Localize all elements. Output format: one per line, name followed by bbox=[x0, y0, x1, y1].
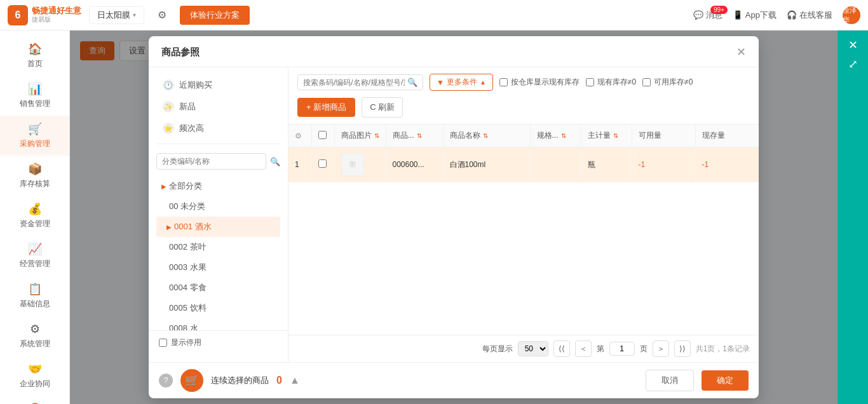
product-search-input[interactable] bbox=[303, 78, 405, 87]
close-panel-icon[interactable]: ✕ bbox=[848, 38, 858, 52]
cart-icon[interactable]: 🛒 bbox=[180, 369, 203, 392]
system-icon: ⚙ bbox=[30, 322, 40, 336]
tree-item-unclassified[interactable]: 00 未分类 bbox=[156, 196, 280, 217]
new-product-btn[interactable]: ✨ 新品 bbox=[156, 97, 280, 117]
by-warehouse-checkbox[interactable] bbox=[499, 78, 508, 86]
tree-item-fruit[interactable]: 0003 水果 bbox=[156, 257, 280, 278]
basic-icon: 📋 bbox=[28, 282, 42, 296]
tree-item-snack[interactable]: 0004 零食 bbox=[156, 278, 280, 298]
tree-item-beverage[interactable]: 0005 饮料 bbox=[156, 298, 280, 318]
show-disabled-checkbox[interactable] bbox=[159, 339, 167, 347]
tree-item-tea[interactable]: 0002 茶叶 bbox=[156, 237, 280, 257]
fold-icon[interactable]: ▲ bbox=[290, 375, 300, 386]
dialog-right-panel: 🔍 ▼ 更多条件 ▲ 按仓库显示现有库存 bbox=[288, 67, 759, 362]
checkbox-by-warehouse[interactable]: 按仓库显示现有库存 bbox=[499, 77, 580, 88]
image-sort[interactable]: 商品图片 ⇅ bbox=[341, 130, 379, 141]
category-search-input[interactable] bbox=[156, 153, 266, 170]
category-search-row: 🔍 bbox=[149, 149, 288, 173]
sidebar-item-basic[interactable]: 📋 基础信息 bbox=[0, 276, 69, 316]
show-disabled-label[interactable]: 显示停用 bbox=[171, 337, 201, 348]
product-table: ⚙ 商品图片 ⇅ bbox=[288, 125, 759, 182]
checkbox-available-nonzero[interactable]: 可用库存≠0 bbox=[642, 77, 693, 88]
sidebar-item-inventory[interactable]: 📦 库存核算 bbox=[0, 156, 69, 196]
frequent-btn[interactable]: ⭐ 频次高 bbox=[156, 118, 280, 138]
code-sort[interactable]: 商品... ⇅ bbox=[393, 130, 437, 141]
stock-nonzero-checkbox[interactable] bbox=[586, 78, 594, 86]
logo: 6 畅捷通好生意 捷易版 bbox=[8, 5, 81, 25]
column-settings-icon[interactable]: ⚙ bbox=[295, 131, 302, 140]
sidebar-item-purchase[interactable]: 🛒 采购管理 bbox=[0, 116, 69, 156]
modal-overlay: 商品参照 ✕ 🕐 近期购买 ✨ 新品 bbox=[70, 30, 837, 404]
checkbox-stock-nonzero[interactable]: 现有库存≠0 bbox=[586, 77, 636, 88]
page-size-label: 每页显示 bbox=[482, 344, 513, 354]
th-unit: 主计量 ⇅ bbox=[581, 125, 632, 147]
sidebar-item-ops[interactable]: 📈 经营管理 bbox=[0, 236, 69, 276]
tree-item-liquor[interactable]: ▶ 0001 酒水 bbox=[156, 217, 280, 237]
tree-item-water[interactable]: 0008 水 bbox=[156, 318, 280, 330]
th-spec: 规格... ⇅ bbox=[530, 125, 581, 147]
page-size-select[interactable]: 50 bbox=[518, 341, 548, 356]
row-checkbox[interactable] bbox=[318, 159, 327, 168]
last-page-button[interactable]: ⟩⟩ bbox=[674, 340, 691, 357]
table-row[interactable]: 1 图 000600... 白酒100ml bbox=[288, 147, 759, 182]
unit-sort[interactable]: 主计量 ⇅ bbox=[588, 130, 625, 141]
add-product-button[interactable]: + 新增商品 bbox=[297, 98, 355, 117]
prev-page-button[interactable]: ＜ bbox=[575, 340, 592, 357]
th-checkbox[interactable] bbox=[311, 125, 334, 147]
td-spec bbox=[530, 147, 581, 182]
filter-icon: ▼ bbox=[437, 78, 444, 87]
sidebar-item-guide[interactable]: 🎯 新手引导 bbox=[0, 396, 69, 404]
filter-button[interactable]: ▼ 更多条件 ▲ bbox=[430, 74, 493, 91]
tree-item-all[interactable]: ▶ 全部分类 bbox=[156, 176, 280, 196]
page-unit: 页 bbox=[640, 344, 648, 354]
sidebar-item-finance[interactable]: 💰 资金管理 bbox=[0, 196, 69, 236]
nav-support[interactable]: 🎧 在线客服 bbox=[787, 10, 832, 21]
name-sort[interactable]: 商品名称 ⇅ bbox=[450, 130, 524, 141]
td-num: 1 bbox=[288, 147, 311, 182]
td-checkbox[interactable] bbox=[311, 147, 334, 182]
td-image: 图 bbox=[334, 147, 386, 182]
td-available: -1 bbox=[632, 147, 695, 182]
refresh-button[interactable]: C 刷新 bbox=[362, 97, 403, 118]
new-icon: ✨ bbox=[163, 101, 174, 112]
logo-text: 畅捷通好生意 bbox=[32, 6, 81, 16]
spec-sort[interactable]: 规格... ⇅ bbox=[537, 130, 574, 141]
cancel-button[interactable]: 取消 bbox=[646, 370, 694, 391]
avatar: 徐泽华 bbox=[843, 6, 860, 24]
collab-icon: 🤝 bbox=[28, 362, 42, 376]
nav-appdownload[interactable]: 📱 App下载 bbox=[733, 10, 776, 21]
dialog-left-panel: 🕐 近期购买 ✨ 新品 ⭐ 频次高 bbox=[149, 67, 288, 362]
next-page-button[interactable]: ＞ bbox=[653, 340, 669, 357]
product-search-box[interactable]: 🔍 bbox=[297, 74, 423, 90]
confirm-button[interactable]: 确定 bbox=[702, 370, 749, 391]
sidebar-item-sales[interactable]: 📊 销售管理 bbox=[0, 76, 69, 116]
dialog-toolbar: 🔍 ▼ 更多条件 ▲ 按仓库显示现有库存 bbox=[288, 67, 759, 125]
close-icon[interactable]: ✕ bbox=[736, 45, 746, 59]
sidebar-item-collab[interactable]: 🤝 企业协同 bbox=[0, 356, 69, 396]
available-nonzero-checkbox[interactable] bbox=[642, 78, 651, 86]
nav-messages[interactable]: 💬 消息 99+ bbox=[693, 10, 722, 21]
top-nav: 6 畅捷通好生意 捷易版 日太阳膜 ▾ ⚙ 体验行业方案 💬 消息 99+ 📱 … bbox=[0, 0, 868, 30]
category-search-icon[interactable]: 🔍 bbox=[270, 157, 280, 166]
search-icon[interactable]: 🔍 bbox=[407, 77, 417, 87]
trial-button[interactable]: 体验行业方案 bbox=[180, 6, 250, 25]
select-all-checkbox[interactable] bbox=[318, 131, 327, 139]
recent-purchase-btn[interactable]: 🕐 近期购买 bbox=[156, 75, 280, 95]
star-icon: ⭐ bbox=[163, 123, 174, 134]
sidebar: 🏠 首页 📊 销售管理 🛒 采购管理 📦 库存核算 💰 资金管理 📈 经营管理 … bbox=[0, 30, 70, 404]
page-input[interactable] bbox=[609, 342, 635, 356]
gear-icon[interactable]: ⚙ bbox=[152, 5, 172, 25]
right-panel: ✕ ⤢ bbox=[837, 30, 868, 404]
help-icon[interactable]: ? bbox=[159, 374, 173, 387]
td-stock: -1 bbox=[695, 147, 759, 182]
clock-icon: 🕐 bbox=[163, 79, 174, 91]
sidebar-item-home[interactable]: 🏠 首页 bbox=[0, 36, 69, 76]
sidebar-item-system[interactable]: ⚙ 系统管理 bbox=[0, 316, 69, 356]
nav-user[interactable]: 徐泽华 bbox=[843, 6, 860, 24]
store-selector[interactable]: 日太阳膜 ▾ bbox=[89, 6, 144, 24]
expand-panel-icon[interactable]: ⤢ bbox=[848, 57, 858, 71]
th-gear[interactable]: ⚙ bbox=[288, 125, 311, 147]
nav-right: 💬 消息 99+ 📱 App下载 🎧 在线客服 徐泽华 bbox=[693, 6, 860, 24]
td-name: 白酒100ml bbox=[443, 147, 530, 182]
first-page-button[interactable]: ⟨⟨ bbox=[553, 340, 570, 357]
